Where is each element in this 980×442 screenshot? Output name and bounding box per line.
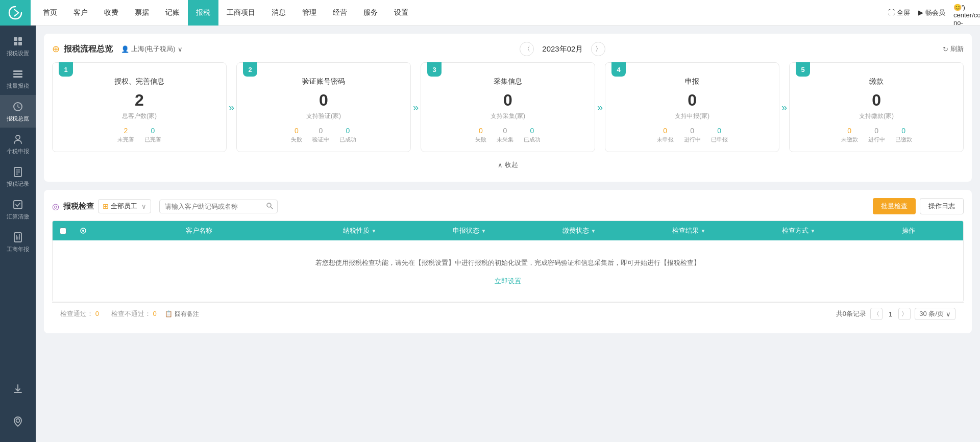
main-layout: 报税设置 批量报税 报税总览 个税申报 报税记录 <box>0 26 980 442</box>
prev-page-button[interactable]: 〈 <box>870 308 883 320</box>
stat-paying: 0 进行中 <box>868 127 885 143</box>
stat-fail-label: 失败 <box>291 136 302 143</box>
staff-selector[interactable]: ⊞ 全部员工 ∨ <box>98 199 151 213</box>
card-header: ⊕ 报税流程总览 👤 上海(电子税局) ∨ 〈 2023年02月 〉 ↻ 刷新 <box>52 42 964 56</box>
per-page-selector[interactable]: 30 条/页 ∨ <box>915 308 955 320</box>
nav-operation[interactable]: 经营 <box>325 0 355 26</box>
nav-right-actions: ⛶ 全屏 ▶ 畅会员 😊') center/cover no-repeat, #… <box>888 4 972 22</box>
stat-not-paid: 0 未缴款 <box>841 127 858 143</box>
nav-invoice[interactable]: 票据 <box>127 0 157 26</box>
nav-client[interactable]: 客户 <box>65 0 96 26</box>
th-declare-status[interactable]: 申报状态 ▼ <box>414 221 524 240</box>
staff-label: 全部员工 <box>111 202 137 211</box>
stat-collect-fail: 0 失败 <box>475 127 486 143</box>
th-check-result[interactable]: 检查结果 ▼ <box>634 221 744 240</box>
step-4-stats: 0 未申报 0 进行中 0 已申报 <box>614 127 771 143</box>
filter-result-icon: ▼ <box>701 228 706 234</box>
th-operation: 操作 <box>853 221 963 240</box>
operation-log-button[interactable]: 操作日志 <box>920 198 964 214</box>
stat-verifying: 0 验证中 <box>312 127 329 143</box>
refresh-label: 刷新 <box>950 44 964 54</box>
th-check-method[interactable]: 检查方式 ▼ <box>744 221 853 240</box>
next-month-button[interactable]: 〉 <box>591 42 605 56</box>
sidebar-item-business-report[interactable]: 工商年报 <box>0 226 36 258</box>
th-tax-nature[interactable]: 纳税性质 ▼ <box>305 221 414 240</box>
search-input[interactable] <box>160 201 262 212</box>
refresh-button[interactable]: ↻ 刷新 <box>943 44 964 54</box>
step-4-num: 4 <box>611 62 626 77</box>
nav-service[interactable]: 服务 <box>355 0 386 26</box>
sidebar-item-tax-settings[interactable]: 报税设置 <box>0 30 36 62</box>
sidebar-item-annual-settlement[interactable]: 汇算清缴 <box>0 193 36 226</box>
has-note-label: 囧有备注 <box>175 310 199 318</box>
staff-icon: ⊞ <box>103 202 109 210</box>
step-3-stats: 0 失败 0 未采集 0 已成功 <box>429 127 586 143</box>
total-records: 共0条记录 <box>836 309 866 318</box>
vip-icon: ▶ <box>918 9 923 16</box>
pagination: 共0条记录 〈 1 〉 30 条/页 ∨ <box>836 308 955 320</box>
nav-menu: 首页 客户 收费 票据 记账 报税 工商项目 消息 管理 经营 服务 设置 <box>31 0 888 26</box>
next-page-button[interactable]: 〉 <box>898 308 911 320</box>
sidebar-item-tax-overview[interactable]: 报税总览 <box>0 95 36 128</box>
step-payment: 5 缴款 0 支持缴款(家) 0 未缴款 0 进行中 <box>789 62 964 152</box>
sidebar-item-download[interactable] <box>0 373 36 405</box>
nav-tax[interactable]: 报税 <box>188 0 218 26</box>
batch-check-button[interactable]: 批量检查 <box>873 198 916 214</box>
step-declare: 4 申报 0 支持申报(家) 0 未申报 0 进行中 <box>605 62 779 152</box>
collapse-button[interactable]: ∧ 收起 <box>52 156 964 174</box>
current-month: 2023年02月 <box>542 44 583 54</box>
annual-settlement-icon <box>12 199 24 211</box>
select-all-checkbox[interactable] <box>60 228 66 234</box>
app-logo <box>0 0 31 26</box>
vip-label: 畅会员 <box>925 8 945 17</box>
check-pass-label: 检查通过： <box>60 310 93 317</box>
user-avatar[interactable]: 😊') center/cover no-repeat, #f5a623;"> <box>953 4 972 22</box>
nav-accounting[interactable]: 记账 <box>157 0 188 26</box>
stat-fail-val: 0 <box>295 127 299 135</box>
sidebar-label-tax-settings: 报税设置 <box>7 50 29 57</box>
nav-home[interactable]: 首页 <box>35 0 65 26</box>
nav-business[interactable]: 工商项目 <box>218 0 263 26</box>
filter-payment-icon: ▼ <box>591 228 596 234</box>
fullscreen-button[interactable]: ⛶ 全屏 <box>888 8 910 17</box>
prev-month-button[interactable]: 〈 <box>520 42 534 56</box>
per-page-chevron-icon: ∨ <box>946 310 951 318</box>
sidebar-item-location[interactable] <box>0 405 36 438</box>
stat-incomplete-label: 未完善 <box>117 136 134 143</box>
location-icon <box>12 415 24 428</box>
th-settings[interactable] <box>73 221 93 240</box>
th-checkbox[interactable] <box>53 221 73 240</box>
search-button[interactable] <box>262 200 277 213</box>
location-text: 上海(电子税局) <box>131 44 176 54</box>
staff-chevron-icon: ∨ <box>141 203 146 210</box>
nav-management[interactable]: 管理 <box>294 0 325 26</box>
check-fail-value[interactable]: 0 <box>153 310 156 317</box>
svg-rect-13 <box>14 201 22 209</box>
location-selector[interactable]: 👤 上海(电子税局) ∨ <box>121 44 183 54</box>
personal-tax-icon <box>12 133 24 145</box>
check-pass-value[interactable]: 0 <box>95 310 99 317</box>
arrow-3-4: » <box>595 102 605 113</box>
stat-verified-label: 已成功 <box>339 136 356 143</box>
check-pass-stat: 检查通过： 0 <box>60 309 99 318</box>
filter-method-icon: ▼ <box>811 228 816 234</box>
has-note-indicator: 📋 囧有备注 <box>165 310 199 318</box>
nav-fees[interactable]: 收费 <box>96 0 127 26</box>
arrow-1-2: » <box>227 102 236 113</box>
step-1-subtitle: 总客户数(家) <box>61 112 218 120</box>
setup-link[interactable]: 立即设置 <box>495 277 521 286</box>
sidebar-item-batch-tax[interactable]: 批量报税 <box>0 62 36 95</box>
top-navigation: 首页 客户 收费 票据 记账 报税 工商项目 消息 管理 经营 服务 设置 ⛶ … <box>0 0 980 26</box>
process-steps: 1 授权、完善信息 2 总客户数(家) 2 未完善 0 已完善 <box>52 62 964 152</box>
check-fail-label: 检查不通过： <box>111 310 151 317</box>
stat-declared: 0 已申报 <box>711 127 728 143</box>
sidebar-item-tax-record[interactable]: 报税记录 <box>0 160 36 193</box>
vip-button[interactable]: ▶ 畅会员 <box>918 8 945 17</box>
step-3-count: 0 <box>429 90 586 110</box>
nav-message[interactable]: 消息 <box>263 0 294 26</box>
business-report-icon <box>12 231 24 243</box>
nav-settings[interactable]: 设置 <box>386 0 416 26</box>
th-payment-status[interactable]: 缴费状态 ▼ <box>524 221 634 240</box>
svg-point-16 <box>16 419 20 423</box>
sidebar-item-personal-tax[interactable]: 个税申报 <box>0 128 36 160</box>
